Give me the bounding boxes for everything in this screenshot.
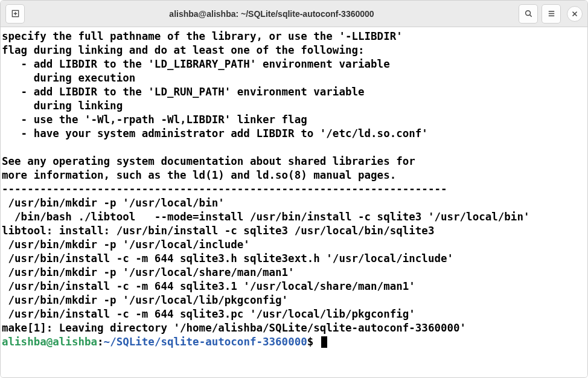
new-tab-button[interactable] xyxy=(5,4,25,24)
prompt-separator-dollar: $ xyxy=(307,336,314,348)
window-title: alishba@alishba: ~/SQLite/sqlite-autocon… xyxy=(28,9,515,19)
prompt-path: ~/SQLite/sqlite-autoconf-3360000 xyxy=(104,336,307,348)
terminal-prompt-line: alishba@alishba:~/SQLite/sqlite-autoconf… xyxy=(2,335,586,349)
close-icon xyxy=(571,10,578,18)
new-tab-icon xyxy=(11,9,20,18)
window-titlebar: alishba@alishba: ~/SQLite/sqlite-autocon… xyxy=(1,1,587,27)
svg-point-3 xyxy=(525,11,530,16)
close-button[interactable] xyxy=(567,6,583,22)
menu-button[interactable] xyxy=(542,4,561,24)
terminal-viewport[interactable]: specify the full pathname of the library… xyxy=(1,27,587,377)
search-button[interactable] xyxy=(519,4,538,24)
hamburger-icon xyxy=(547,9,556,18)
search-icon xyxy=(524,9,533,18)
svg-line-4 xyxy=(529,15,531,17)
prompt-user-host: alishba@alishba xyxy=(2,336,97,348)
prompt-separator-colon: : xyxy=(97,336,104,348)
terminal-output: specify the full pathname of the library… xyxy=(2,30,586,335)
text-cursor xyxy=(321,336,327,348)
